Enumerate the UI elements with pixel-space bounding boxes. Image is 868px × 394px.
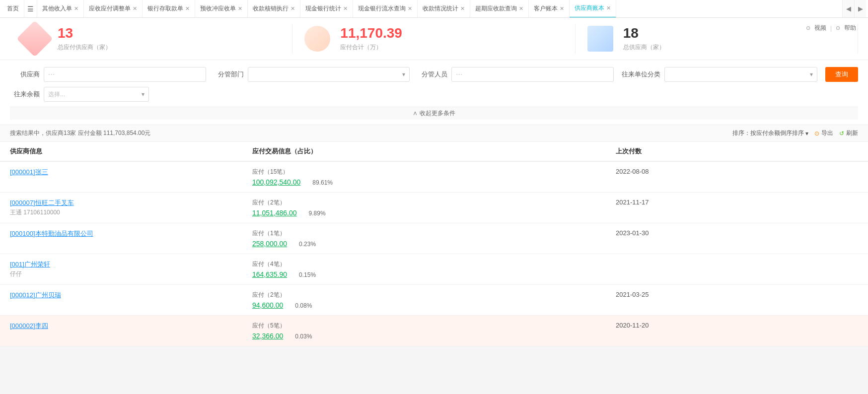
top-navigation: 首页 ☰ 其他收入单 ✕ 应收应付调整单 ✕ 银行存取款单 ✕ 预收冲应收单 ✕… — [0, 0, 868, 18]
tx-amount-4[interactable]: 164,635.90 — [252, 270, 287, 278]
tx-label-1: 应付（15笔） — [252, 168, 616, 176]
video-link[interactable]: 视频 — [814, 24, 826, 32]
tx-amount-2[interactable]: 11,051,486.00 — [252, 209, 297, 217]
refresh-icon: ↺ — [839, 130, 844, 137]
close-tab-other-income[interactable]: ✕ — [74, 5, 78, 12]
tab-collection-exec[interactable]: 收款核销执行 ✕ — [248, 0, 300, 18]
tab-cash-bank-stat[interactable]: 现金银行统计 ✕ — [300, 0, 353, 18]
dept-input[interactable]: ▾ — [248, 67, 410, 82]
filter-row-2: 往来余额 选择... ▾ — [10, 87, 858, 102]
category-input[interactable]: ▾ — [664, 67, 818, 82]
collapse-label: ∧ 收起更多条件 — [413, 109, 455, 118]
tx-info-1: 应付（15笔） 100,092,540.00 89.61% — [252, 168, 616, 186]
tx-label-2: 应付（2笔） — [252, 198, 616, 207]
col-header-tx: 应付交易信息（占比） — [252, 147, 616, 156]
tab-ar-ap-adjust[interactable]: 应收应付调整单 ✕ — [84, 0, 143, 18]
filter-area: 供应商 ··· 分管部门 ▾ 分管人员 ··· 往来单位分类 ▾ 查询 — [0, 60, 868, 125]
stat-label-total-payable: 应付合计（万） — [340, 43, 402, 52]
filter-item-person: 分管人员 ··· — [418, 67, 614, 82]
supplier-table: 供应商信息 应付交易信息（占比） 上次付数 [000001]张三 应付（15笔）… — [0, 142, 868, 346]
close-tab-ar-ap-adjust[interactable]: ✕ — [133, 5, 137, 12]
tx-info-6: 应付（5笔） 32,366.00 0.03% — [252, 322, 616, 340]
stat-number-total-suppliers: 18 — [623, 26, 665, 41]
supplier-link-5[interactable]: [000012]广州贝瑞 — [10, 291, 252, 300]
last-pay-date-5: 2021-03-25 — [616, 291, 649, 298]
tx-amount-5[interactable]: 94,600.00 — [252, 301, 283, 309]
last-pay-2: 2021-11-17 — [616, 198, 858, 206]
close-tab-cash-bank-stat[interactable]: ✕ — [343, 5, 348, 12]
filter-label-person: 分管人员 — [418, 70, 447, 79]
stat-block-total-payable: 11,170.39 应付合计（万） — [292, 24, 575, 54]
close-tab-prepay-offset[interactable]: ✕ — [238, 5, 242, 12]
tab-customer-account[interactable]: 客户账本 ✕ — [529, 0, 570, 18]
supplier-link-4[interactable]: [001]广州荣轩 — [10, 260, 252, 269]
tx-amount-3[interactable]: 258,000.00 — [252, 240, 287, 248]
nav-arrow-right[interactable]: ▶ — [854, 0, 866, 18]
collapse-bar[interactable]: ∧ 收起更多条件 — [10, 107, 858, 120]
last-pay-6: 2020-11-20 — [616, 322, 858, 329]
supplier-link-1[interactable]: [000001]张三 — [10, 168, 252, 177]
balance-input[interactable]: 选择... ▾ — [44, 87, 149, 102]
tab-supplier-account[interactable]: 供应商账本 ✕ — [570, 0, 616, 18]
close-tab-collection-exec[interactable]: ✕ — [290, 5, 295, 12]
chevron-down-icon: ▾ — [402, 71, 405, 78]
close-tab-overdue-query[interactable]: ✕ — [519, 5, 523, 12]
help-link[interactable]: 帮助 — [844, 24, 856, 32]
sort-button[interactable]: 排序：按应付余额倒序排序 ▾ — [732, 129, 808, 137]
tab-other-income[interactable]: 其他收入单 ✕ — [37, 0, 84, 18]
supplier-link-2[interactable]: [000007]恒旺二手叉车 — [10, 198, 252, 207]
last-pay-date-6: 2020-11-20 — [616, 322, 649, 329]
tx-amount-6[interactable]: 32,366.00 — [252, 332, 283, 340]
stat-number-payable-suppliers: 13 — [58, 26, 111, 41]
stat-number-total-payable: 11,170.39 — [340, 26, 402, 41]
supplier-input[interactable]: ··· — [44, 67, 206, 82]
help-icon: ⊙ — [836, 25, 840, 31]
person-input[interactable]: ··· — [451, 67, 614, 82]
last-pay-5: 2021-03-25 — [616, 291, 858, 298]
tx-percent-6: 0.03% — [295, 333, 312, 340]
tab-cash-bank-flow[interactable]: 现金银行流水查询 ✕ — [353, 0, 418, 18]
tx-percent-1: 89.61% — [312, 179, 333, 186]
tx-label-6: 应付（5笔） — [252, 322, 616, 330]
export-button[interactable]: ⊙ 导出 — [814, 129, 833, 137]
tab-prepay-offset[interactable]: 预收冲应收单 ✕ — [195, 0, 248, 18]
supplier-link-3[interactable]: [000100]本特勤油品有限公司 — [10, 229, 252, 238]
video-icon: ⊙ — [806, 25, 810, 31]
last-pay-date-1: 2022-08-08 — [616, 168, 649, 175]
supplier-link-6[interactable]: [000002]李四 — [10, 322, 252, 330]
stat-block-payable-suppliers: 13 总应付供应商（家） — [10, 24, 292, 54]
supplier-info-2: [000007]恒旺二手叉车 王通 17106110000 — [10, 198, 252, 217]
close-tab-collection-stat[interactable]: ✕ — [460, 5, 465, 12]
chevron-down-icon-3: ▾ — [142, 91, 145, 98]
refresh-button[interactable]: ↺ 刷新 — [839, 129, 858, 137]
table-header: 供应商信息 应付交易信息（占比） 上次付数 — [0, 142, 868, 162]
header-tools: ⊙ 视频 | ⊙ 帮助 — [804, 24, 858, 32]
table-row: [000012]广州贝瑞 应付（2笔） 94,600.00 0.08% 2021… — [0, 285, 868, 316]
table-row: [000001]张三 应付（15笔） 100,092,540.00 89.61%… — [0, 162, 868, 193]
tx-percent-2: 9.89% — [309, 210, 326, 217]
tab-collection-stat[interactable]: 收款情况统计 ✕ — [418, 0, 470, 18]
close-tab-cash-bank-flow[interactable]: ✕ — [408, 5, 412, 12]
last-pay-3: 2023-01-30 — [616, 229, 858, 237]
tab-home[interactable]: 首页 — [2, 0, 24, 18]
tx-info-4: 应付（4笔） 164,635.90 0.15% — [252, 260, 616, 278]
close-tab-bank-deposit[interactable]: ✕ — [185, 5, 190, 12]
close-tab-supplier-account[interactable]: ✕ — [606, 5, 611, 11]
nav-arrow-left[interactable]: ◀ — [842, 0, 854, 18]
chevron-down-icon-sort: ▾ — [805, 130, 808, 137]
table-row: [000100]本特勤油品有限公司 应付（1笔） 258,000.00 0.23… — [0, 223, 868, 254]
close-tab-customer-account[interactable]: ✕ — [560, 5, 564, 12]
filter-label-dept: 分管部门 — [214, 70, 244, 79]
supplier-info-5: [000012]广州贝瑞 — [10, 291, 252, 300]
tab-bank-deposit[interactable]: 银行存取款单 ✕ — [143, 0, 195, 18]
filter-item-balance: 往来余额 选择... ▾ — [10, 87, 149, 102]
last-pay-date-3: 2023-01-30 — [616, 229, 649, 237]
tab-overdue-query[interactable]: 超期应收款查询 ✕ — [470, 0, 529, 18]
tab-menu[interactable]: ☰ — [24, 0, 37, 18]
filter-label-supplier: 供应商 — [10, 70, 40, 79]
results-actions: 排序：按应付余额倒序排序 ▾ ⊙ 导出 ↺ 刷新 — [732, 129, 858, 137]
supplier-info-4: [001]广州荣轩 仔仔 — [10, 260, 252, 278]
tx-amount-1[interactable]: 100,092,540.00 — [252, 178, 300, 186]
query-button[interactable]: 查询 — [825, 67, 858, 82]
supplier-sub-4: 仔仔 — [10, 270, 252, 278]
